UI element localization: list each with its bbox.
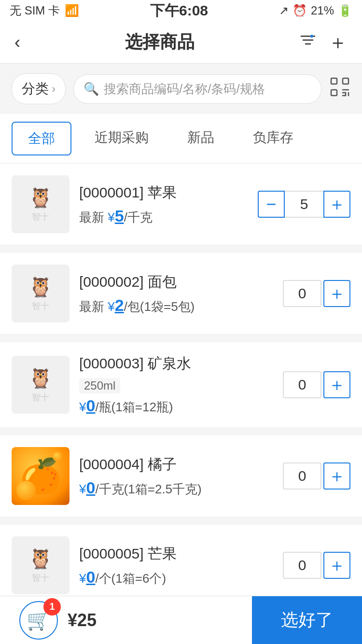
search-box[interactable]: 🔍 搜索商品编码/名称/条码/规格 [73,74,321,104]
owl-placeholder: 🦉 智十 [28,367,53,403]
qty-input[interactable] [283,280,321,307]
product-image: 🦉 智十 [12,175,70,233]
price-symbol: ¥ [108,299,114,314]
product-price: ¥0/瓶(1箱=12瓶) [79,396,273,416]
tab-new[interactable]: 新品 [172,122,230,155]
product-price: 最新 ¥2/包(1袋=5包) [79,296,273,315]
product-image: 🍊 [12,447,70,505]
nav-right: ＋ [299,29,348,56]
qty-input[interactable] [285,191,323,218]
product-list: 🦉 智十 [0000001] 苹果 最新 ¥5/千克 − ＋ 🦉 智十 [000… [0,164,362,644]
owl-label: 智十 [32,300,49,312]
qty-input[interactable] [283,462,321,490]
category-button[interactable]: 分类 › [12,73,66,104]
product-name: [0000005] 芒果 [79,544,273,564]
price-unit: /个(1箱=6个) [95,571,166,586]
owl-placeholder: 🦉 智十 [28,186,53,223]
qty-decrease-button[interactable]: − [258,191,285,218]
product-name: [0000002] 面包 [79,272,273,292]
list-item: 🍊 [0000004] 橘子 ¥0/千克(1箱=2.5千克) ＋ [0,435,362,517]
qty-increase-button[interactable]: ＋ [323,552,350,579]
status-right: ↗ ⏰ 21% 🔋 [279,4,352,17]
add-button[interactable]: ＋ [328,29,348,56]
owl-icon: 🦉 [28,186,53,209]
location-icon: ↗ [279,4,289,17]
owl-placeholder: 🦉 智十 [28,276,53,312]
qty-control: ＋ [283,552,350,579]
qty-input[interactable] [283,552,321,579]
category-label: 分类 [22,80,49,98]
nav-bar: ‹ 选择商品 ＋ [0,21,362,64]
product-name: [0000004] 橘子 [79,455,273,475]
price-unit: /千克 [124,210,153,224]
product-price: 最新 ¥5/千克 [79,207,248,226]
price-amount: 0 [86,478,95,497]
scan-icon[interactable] [329,76,350,102]
back-button[interactable]: ‹ [14,32,20,53]
qty-input[interactable] [283,371,321,398]
owl-icon: 🦉 [28,276,53,298]
price-amount: 0 [86,396,95,415]
status-bar: 无 SIM 卡 📶 下午6:08 ↗ ⏰ 21% 🔋 [0,0,362,21]
price-amount: 5 [115,207,124,225]
tab-recent[interactable]: 近期采购 [79,122,164,155]
qty-control: ＋ [283,462,350,490]
cart-total: ¥25 [68,610,97,630]
qty-control: − ＋ [258,191,350,218]
owl-label: 智十 [32,211,49,223]
battery-icon: 🔋 [338,4,352,17]
wifi-icon: 📶 [65,4,79,17]
qty-increase-button[interactable]: ＋ [323,462,350,490]
category-arrow-icon: › [52,82,56,96]
svg-rect-4 [331,78,337,84]
product-info: [0000003] 矿泉水 250ml ¥0/瓶(1箱=12瓶) [79,354,273,416]
product-image: 🦉 智十 [12,356,70,414]
price-amount: 0 [86,568,95,586]
filter-bar: 分类 › 🔍 搜索商品编码/名称/条码/规格 [0,64,362,114]
product-name: [0000003] 矿泉水 [79,354,273,374]
tab-negative[interactable]: 负库存 [237,122,309,155]
qty-control: ＋ [283,280,350,307]
tab-all[interactable]: 全部 [12,122,71,155]
price-unit: /包(1袋=5包) [124,299,195,314]
product-price: ¥0/千克(1箱=2.5千克) [79,478,273,498]
cart-button[interactable]: 🛒 1 [19,601,58,640]
product-spec: 250ml [79,378,120,393]
price-unit: /瓶(1箱=12瓶) [95,400,173,414]
search-icon: 🔍 [84,82,99,97]
product-info: [0000005] 芒果 ¥0/个(1箱=6个) [79,544,273,587]
battery-text: 21% [311,4,334,17]
owl-label: 智十 [32,572,49,584]
svg-rect-5 [343,78,348,84]
filter-icon[interactable] [299,31,317,53]
price-amount: 2 [115,296,124,314]
owl-label: 智十 [32,392,49,403]
list-item: 🦉 智十 [0000003] 矿泉水 250ml ¥0/瓶(1箱=12瓶) ＋ [0,342,362,428]
product-image: 🦉 智十 [12,536,70,594]
qty-increase-button[interactable]: ＋ [323,280,350,307]
list-item: 🦉 智十 [0000005] 芒果 ¥0/个(1箱=6个) ＋ [0,525,362,606]
list-item: 🦉 智十 [0000001] 苹果 最新 ¥5/千克 − ＋ [0,164,362,245]
cart-area: 🛒 1 ¥25 [0,601,252,640]
confirm-button[interactable]: 选好了 [252,596,362,644]
alarm-icon: ⏰ [292,4,307,17]
status-left: 无 SIM 卡 📶 [10,3,79,18]
bottom-bar: 🛒 1 ¥25 选好了 [0,596,362,644]
qty-increase-button[interactable]: ＋ [323,191,350,218]
product-info: [0000001] 苹果 最新 ¥5/千克 [79,183,248,226]
owl-icon: 🦉 [28,367,53,390]
carrier-text: 无 SIM 卡 [10,3,60,18]
qty-control: ＋ [283,371,350,398]
owl-placeholder: 🦉 智十 [28,547,53,584]
owl-icon: 🦉 [28,547,53,570]
product-info: [0000002] 面包 最新 ¥2/包(1袋=5包) [79,272,273,315]
price-prefix: 最新 [79,210,108,224]
cart-badge: 1 [43,598,61,616]
price-prefix: 最新 [79,299,108,314]
product-image: 🦉 智十 [12,265,70,322]
tab-bar: 全部 近期采购 新品 负库存 [0,114,362,164]
qty-increase-button[interactable]: ＋ [323,371,350,398]
product-info: [0000004] 橘子 ¥0/千克(1箱=2.5千克) [79,455,273,498]
svg-point-3 [310,35,313,38]
search-placeholder: 搜索商品编码/名称/条码/规格 [104,81,265,98]
